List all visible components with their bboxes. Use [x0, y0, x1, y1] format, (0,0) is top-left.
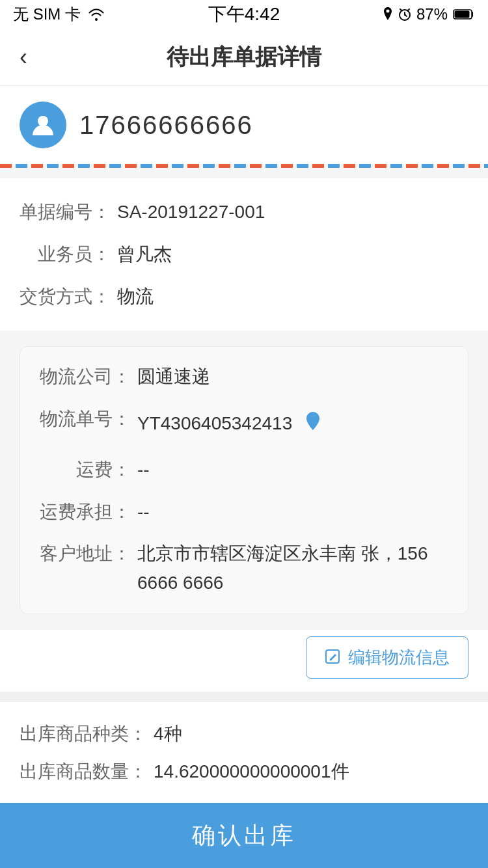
order-no-value: SA-20191227-001 — [117, 198, 468, 227]
edit-logistics-button[interactable]: 编辑物流信息 — [306, 636, 468, 679]
alarm-icon — [398, 7, 411, 21]
order-info-section: 单据编号： SA-20191227-001 业务员： 曾凡杰 交货方式： 物流 — [0, 178, 488, 331]
section-divider — [0, 692, 488, 702]
address-value: 北京市市辖区海淀区永丰南 张，156 6666 6666 — [137, 539, 448, 598]
confirm-button-label: 确认出库 — [192, 820, 296, 852]
carrier-text: 无 SIM 卡 — [13, 4, 81, 25]
nav-bar: ‹ 待出库单据详情 — [0, 29, 488, 86]
goods-quantity-value: 14.620000000000001件 — [154, 759, 349, 784]
logistics-card: 物流公司： 圆通速递 物流单号： YT4306405342413 运费： — [20, 346, 468, 614]
goods-quantity-label: 出库商品数量： — [20, 759, 147, 784]
status-bar-time: 下午4:42 — [208, 2, 280, 27]
delivery-method-value: 物流 — [117, 282, 468, 312]
svg-rect-2 — [455, 11, 470, 18]
goods-quantity-row: 出库商品数量： 14.620000000000001件 — [20, 759, 468, 784]
page-title: 待出库单据详情 — [167, 42, 321, 72]
logistics-company-label: 物流公司： — [40, 362, 131, 392]
edit-btn-row: 编辑物流信息 — [0, 630, 488, 692]
back-button[interactable]: ‹ — [20, 37, 40, 77]
goods-section: 出库商品种类： 4种 出库商品数量： 14.620000000000001件 — [0, 702, 488, 817]
goods-type-label: 出库商品种类： — [20, 722, 147, 746]
status-bar-left: 无 SIM 卡 — [13, 4, 105, 25]
address-row: 客户地址： 北京市市辖区海淀区永丰南 张，156 6666 6666 — [40, 539, 448, 598]
location-status-icon — [383, 7, 393, 21]
customer-avatar — [20, 102, 66, 148]
freight-value: -- — [137, 455, 448, 485]
sales-person-row: 业务员： 曾凡杰 — [20, 240, 468, 269]
order-no-row: 单据编号： SA-20191227-001 — [20, 198, 468, 227]
person-icon — [29, 111, 57, 139]
edit-icon — [325, 649, 342, 666]
logistics-company-value: 圆通速递 — [137, 362, 448, 392]
status-bar: 无 SIM 卡 下午4:42 87% — [0, 0, 488, 29]
freight-bearer-value: -- — [137, 498, 448, 527]
freight-row: 运费： -- — [40, 455, 448, 485]
goods-type-row: 出库商品种类： 4种 — [20, 722, 468, 746]
address-label: 客户地址： — [40, 539, 131, 569]
freight-bearer-label: 运费承担： — [40, 498, 131, 527]
wifi-icon — [87, 7, 105, 21]
tracking-location-icon[interactable] — [303, 405, 323, 442]
customer-header: 17666666666 — [0, 86, 488, 164]
delivery-method-row: 交货方式： 物流 — [20, 282, 468, 312]
tracking-no-value: YT4306405342413 — [137, 405, 448, 442]
status-bar-right: 87% — [383, 5, 475, 23]
confirm-button[interactable]: 确认出库 — [0, 803, 488, 868]
dashed-divider — [0, 164, 488, 168]
sales-person-label: 业务员： — [20, 240, 111, 269]
customer-phone: 17666666666 — [79, 111, 253, 140]
delivery-method-label: 交货方式： — [20, 282, 111, 312]
logistics-company-row: 物流公司： 圆通速递 — [40, 362, 448, 392]
tracking-no-row: 物流单号： YT4306405342413 — [40, 405, 448, 442]
sales-person-value: 曾凡杰 — [117, 240, 468, 269]
battery-icon — [453, 8, 475, 20]
goods-type-value: 4种 — [154, 722, 182, 746]
freight-label: 运费： — [40, 455, 131, 485]
freight-bearer-row: 运费承担： -- — [40, 498, 448, 527]
battery-text: 87% — [416, 5, 448, 23]
svg-point-3 — [38, 116, 48, 126]
tracking-no-label: 物流单号： — [40, 405, 131, 434]
order-no-label: 单据编号： — [20, 198, 111, 227]
